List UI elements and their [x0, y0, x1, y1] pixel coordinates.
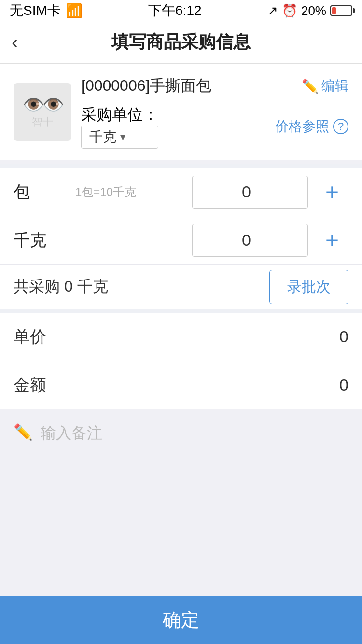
- bag-sub-label: 1包=10千克: [75, 184, 136, 200]
- form-section: 包 1包=10千克 + 千克 +: [0, 168, 362, 265]
- total-label: 共采购 0 千克: [14, 276, 108, 297]
- product-card: 👁️👁️ 智十 [0000006]手撕面包 ✏️ 编辑 采购单位： 千克 ▾ 价…: [0, 64, 362, 164]
- kg-increment-button[interactable]: +: [316, 224, 348, 257]
- pencil-icon: ✏️: [14, 423, 33, 441]
- alarm-icon: ⏰: [282, 3, 297, 18]
- kg-input-wrapper: +: [71, 224, 348, 257]
- carrier-label: 无SIM卡: [10, 1, 61, 20]
- kg-label: 千克: [14, 229, 71, 252]
- chevron-down-icon: ▾: [120, 131, 125, 143]
- status-bar: 无SIM卡 📶 下午6:12 ↗ ⏰ 20%: [0, 0, 362, 21]
- confirm-label: 确定: [163, 608, 199, 632]
- unit-select[interactable]: 千克 ▾: [81, 126, 158, 149]
- price-ref-button[interactable]: 价格参照 ?: [275, 117, 348, 136]
- kg-row: 千克 +: [0, 216, 362, 265]
- bag-row: 包 1包=10千克 +: [0, 168, 362, 216]
- unit-label: 采购单位：: [81, 106, 158, 123]
- location-icon: ↗: [267, 3, 278, 18]
- unit-price-value: 0: [339, 327, 348, 346]
- bag-label: 包: [14, 181, 71, 203]
- nav-bar: ‹ 填写商品采购信息: [0, 21, 362, 64]
- edit-label: 编辑: [321, 77, 348, 95]
- product-thumbnail: 👁️👁️ 智十: [14, 83, 71, 141]
- amount-value: 0: [339, 376, 348, 394]
- notes-section[interactable]: ✏️ 输入备注: [0, 409, 362, 506]
- total-row: 共采购 0 千克 录批次: [0, 265, 362, 313]
- price-ref-info-icon: ?: [333, 119, 348, 134]
- unit-price-label: 单价: [14, 326, 46, 348]
- price-ref-label: 价格参照: [275, 117, 329, 136]
- detail-section: 单价 0 金额 0: [0, 313, 362, 409]
- status-left: 无SIM卡 📶: [10, 1, 83, 20]
- amount-label: 金额: [14, 374, 46, 396]
- back-button[interactable]: ‹: [12, 31, 18, 53]
- confirm-button[interactable]: 确定: [0, 596, 362, 644]
- unit-label-group: 采购单位： 千克 ▾: [81, 104, 158, 149]
- bag-quantity-input[interactable]: [192, 176, 308, 209]
- time-label: 下午6:12: [148, 1, 202, 20]
- record-batch-button[interactable]: 录批次: [269, 270, 348, 304]
- edit-icon: ✏️: [302, 78, 319, 94]
- page-title: 填写商品采购信息: [111, 30, 251, 54]
- unit-row: 采购单位： 千克 ▾ 价格参照 ?: [81, 104, 348, 149]
- amount-row: 金额 0: [0, 361, 362, 409]
- product-owl-logo: 👁️👁️ 智十: [23, 95, 62, 129]
- wifi-icon: 📶: [66, 3, 83, 19]
- bag-increment-button[interactable]: +: [316, 176, 348, 209]
- notes-placeholder: 输入备注: [41, 423, 102, 444]
- battery-icon: [330, 5, 352, 16]
- product-name-row: [0000006]手撕面包 ✏️ 编辑: [81, 75, 348, 97]
- product-info: [0000006]手撕面包 ✏️ 编辑 采购单位： 千克 ▾ 价格参照 ?: [81, 75, 348, 149]
- status-right: ↗ ⏰ 20%: [267, 3, 352, 18]
- kg-quantity-input[interactable]: [192, 224, 308, 257]
- unit-value: 千克: [89, 128, 116, 146]
- bag-input-wrapper: +: [136, 176, 348, 209]
- edit-button[interactable]: ✏️ 编辑: [302, 77, 348, 95]
- separator-1: [0, 164, 362, 168]
- unit-price-row: 单价 0: [0, 313, 362, 361]
- product-name: [0000006]手撕面包: [81, 75, 211, 97]
- battery-percent: 20%: [301, 3, 326, 18]
